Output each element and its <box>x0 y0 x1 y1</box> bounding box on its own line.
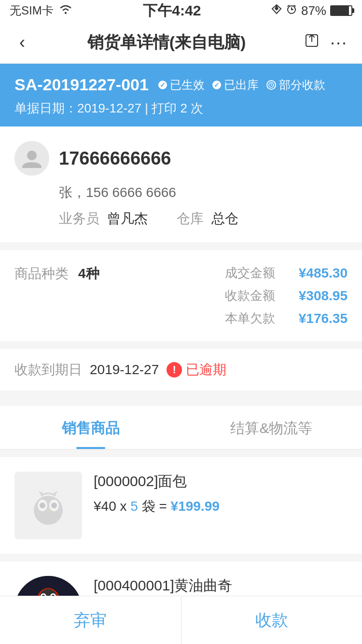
list-item: 昆+ [0000002]面包 ¥40 x 5 袋 = ¥199.99 <box>0 457 362 554</box>
product-price: ¥40 x 5 袋 = ¥199.99 <box>94 497 348 516</box>
tab-products[interactable]: 销售商品 <box>0 406 181 449</box>
stats-left: 商品种类 4种 <box>14 265 225 283</box>
cancel-button[interactable]: 弃审 <box>0 596 181 644</box>
tabs-bar: 销售商品 结算&物流等 <box>0 406 362 449</box>
battery-label: 87% <box>301 3 326 18</box>
overdue-text: 已逾期 <box>186 361 226 379</box>
carrier-label: 无SIM卡 <box>10 3 54 18</box>
stats-right: 成交金额 ¥485.30 收款金额 ¥308.95 本单欠款 ¥176.35 <box>225 265 348 327</box>
sales-person: 业务员 曾凡杰 <box>59 210 148 228</box>
check-icon-2 <box>212 81 221 89</box>
debt-row: 本单欠款 ¥176.35 <box>225 310 348 327</box>
customer-top: 17666666666 <box>14 141 348 176</box>
page-title: 销货单详情(来自电脑) <box>30 31 303 54</box>
order-header: SA-20191227-001 已生效 已出库 部分收款 单据日期：2019-1… <box>0 64 362 126</box>
svg-point-4 <box>27 151 37 160</box>
confirm-button[interactable]: 收款 <box>181 596 362 644</box>
share-icon[interactable] <box>303 32 320 53</box>
status-partial: 部分收款 <box>266 77 325 93</box>
svg-point-0 <box>65 12 67 14</box>
customer-name-phone: 张，156 6666 6666 <box>14 183 348 202</box>
location-icon <box>271 4 282 17</box>
clock-icon <box>266 80 276 90</box>
avatar <box>14 141 49 176</box>
more-icon[interactable]: ··· <box>330 32 348 53</box>
overdue-icon: ! <box>167 362 182 378</box>
product-name-2: [000400001]黄油曲奇 <box>94 576 348 596</box>
received-row: 收款金额 ¥308.95 <box>225 287 348 304</box>
tab-settlement[interactable]: 结算&物流等 <box>181 406 362 449</box>
nav-actions: ··· <box>303 32 348 53</box>
product-thumbnail: 昆+ <box>14 472 82 539</box>
customer-card: 17666666666 张，156 6666 6666 业务员 曾凡杰 仓库 总… <box>0 126 362 242</box>
product-details: [0000002]面包 ¥40 x 5 袋 = ¥199.99 <box>94 472 348 516</box>
amount-row: 成交金额 ¥485.30 <box>225 265 348 281</box>
divider <box>0 398 362 406</box>
overdue-badge: ! 已逾期 <box>167 361 226 379</box>
customer-phone: 17666666666 <box>59 148 171 169</box>
status-left: 无SIM卡 <box>10 3 73 18</box>
svg-point-9 <box>51 503 57 508</box>
nav-bar: ‹ 销货单详情(来自电脑) ··· <box>0 21 362 64</box>
order-id: SA-20191227-001 <box>14 75 149 94</box>
warehouse: 仓库 总仓 <box>177 210 238 228</box>
order-date: 单据日期：2019-12-27 | 打印 2 次 <box>14 100 348 117</box>
status-tags: 已生效 已出库 部分收款 <box>158 77 325 93</box>
status-bar: 无SIM卡 下午4:42 87% <box>0 0 362 21</box>
status-shipped: 已出库 <box>212 77 259 93</box>
bottom-bar: 弃审 收款 <box>0 596 362 644</box>
product-name: [0000002]面包 <box>94 472 348 491</box>
status-right: 87% <box>271 3 352 18</box>
check-icon <box>158 81 167 89</box>
status-effective: 已生效 <box>158 77 205 93</box>
battery-icon <box>330 5 352 16</box>
svg-point-8 <box>40 503 45 508</box>
wifi-icon <box>58 4 73 17</box>
time-display: 下午4:42 <box>143 1 201 21</box>
customer-meta: 业务员 曾凡杰 仓库 总仓 <box>14 210 348 228</box>
stats-card: 商品种类 4种 成交金额 ¥485.30 收款金额 ¥308.95 本单欠款 ¥… <box>0 250 362 341</box>
due-date-card: 收款到期日 2019-12-27 ! 已逾期 <box>0 349 362 391</box>
alarm-icon <box>286 3 297 18</box>
back-button[interactable]: ‹ <box>14 28 30 57</box>
